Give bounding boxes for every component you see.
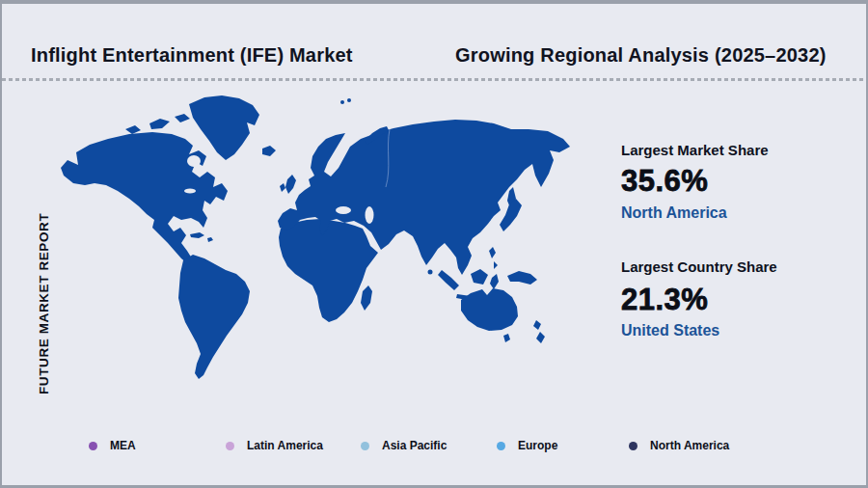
infographic-frame: Inflight Entertainment (IFE) Market Grow… bbox=[0, 0, 868, 488]
svalbard-island bbox=[340, 100, 344, 104]
japan-islands bbox=[500, 199, 522, 231]
legend-label: North America bbox=[650, 439, 729, 452]
hudson-bay bbox=[187, 155, 201, 167]
new-guinea-island bbox=[507, 271, 537, 285]
great-lakes bbox=[184, 189, 196, 194]
caribbean-islands bbox=[190, 232, 213, 242]
south-america-landmass bbox=[178, 255, 250, 379]
sumatra-island bbox=[438, 270, 459, 290]
legend-label: MEA bbox=[110, 439, 136, 452]
legend-dot-north-america bbox=[629, 442, 637, 450]
north-america-landmass bbox=[61, 132, 228, 264]
iceland-landmass bbox=[262, 146, 276, 156]
australia-landmass bbox=[461, 288, 518, 331]
largest-country-share-country: United States bbox=[621, 322, 719, 339]
legend-dot-latin-america bbox=[226, 442, 234, 450]
legend-dot-mea bbox=[89, 442, 97, 450]
legend-item-north-america: North America bbox=[629, 437, 729, 454]
page-title: Inflight Entertainment (IFE) Market bbox=[31, 44, 353, 67]
greenland-landmass bbox=[189, 95, 259, 160]
legend-item-europe: Europe bbox=[497, 437, 557, 454]
borneo-island bbox=[471, 269, 488, 285]
legend-label: Asia Pacific bbox=[382, 439, 447, 452]
brand-vertical-text: FUTURE MARKET REPORT bbox=[37, 234, 54, 394]
dotted-divider bbox=[2, 78, 866, 81]
legend-dot-europe bbox=[497, 442, 505, 450]
largest-market-share-label: Largest Market Share bbox=[621, 142, 769, 158]
largest-market-share-region: North America bbox=[621, 204, 727, 222]
svalbard-island bbox=[347, 98, 351, 102]
sri-lanka-island bbox=[428, 270, 433, 275]
legend-label: Europe bbox=[518, 439, 557, 452]
black-sea bbox=[336, 206, 351, 214]
caspian-sea bbox=[366, 206, 374, 224]
legend-label: Latin America bbox=[247, 439, 323, 452]
tasmania-island bbox=[503, 334, 510, 342]
new-zealand-islands bbox=[533, 320, 545, 343]
sulawesi-island bbox=[490, 274, 499, 289]
philippines-islands bbox=[489, 247, 498, 269]
page-subtitle: Growing Regional Analysis (2025–2032) bbox=[455, 44, 827, 67]
largest-market-share-value: 35.6% bbox=[621, 164, 708, 199]
legend-item-asia-pacific: Asia Pacific bbox=[361, 437, 447, 454]
madagascar-landmass bbox=[361, 285, 372, 311]
legend-item-mea: MEA bbox=[89, 437, 136, 454]
legend-dot-asia-pacific bbox=[361, 442, 369, 450]
uk-ireland-islands bbox=[280, 175, 296, 194]
largest-country-share-value: 21.3% bbox=[621, 283, 708, 317]
arctic-islands bbox=[125, 114, 190, 134]
legend-item-latin-america: Latin America bbox=[226, 437, 323, 454]
largest-country-share-label: Largest Country Share bbox=[621, 258, 777, 275]
world-map bbox=[58, 91, 583, 417]
